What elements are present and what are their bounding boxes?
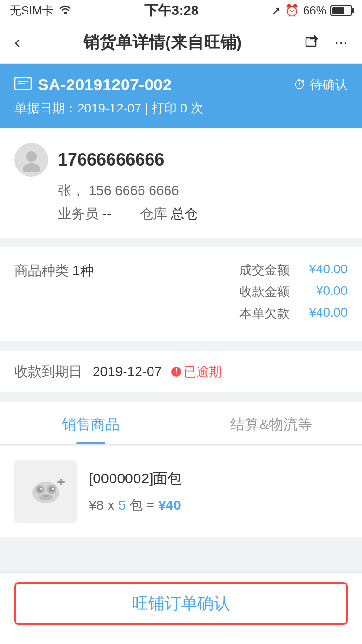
bottom-bar: 旺铺订单确认 xyxy=(0,572,362,644)
order-date: 单据日期：2019-12-07 | 打印 0 次 xyxy=(14,100,348,117)
share-icon[interactable] xyxy=(305,33,320,52)
alarm-icon: ⏰ xyxy=(285,4,299,17)
customer-section: 17666666666 张， 156 6666 6666 业务员 -- 仓库 总… xyxy=(0,128,362,238)
product-name: [0000002]面包 xyxy=(89,469,348,489)
svg-point-14 xyxy=(52,488,54,490)
due-date-section: 收款到期日 2019-12-07 ! 已逾期 xyxy=(0,351,362,392)
order-header: SA-20191207-002 ⏱ 待确认 单据日期：2019-12-07 | … xyxy=(0,64,362,128)
product-price: ¥8 x 5 包 = ¥40 xyxy=(89,496,348,515)
confirm-button[interactable]: 旺铺订单确认 xyxy=(14,582,348,625)
svg-point-7 xyxy=(23,163,40,172)
tabs: 销售商品 结算&物流等 xyxy=(0,402,362,445)
order-status: ⏱ 待确认 xyxy=(293,76,348,93)
owed-amount-row: 本单欠款 ¥40.00 xyxy=(181,305,348,322)
deal-amount-row: 成交金额 ¥40.00 xyxy=(181,262,348,279)
page-title: 销货单详情(来自旺铺) xyxy=(83,31,242,54)
carrier-text: 无SIM卡 xyxy=(10,3,54,18)
battery-percent: 66% xyxy=(303,4,326,17)
status-left: 无SIM卡 xyxy=(10,3,72,18)
warehouse-field: 仓库 总仓 xyxy=(140,205,198,223)
svg-point-0 xyxy=(64,12,66,14)
more-icon[interactable]: ··· xyxy=(334,33,348,51)
battery-icon xyxy=(330,5,352,16)
svg-point-12 xyxy=(49,487,55,492)
product-section: [0000002]面包 ¥8 x 5 包 = ¥40 xyxy=(0,446,362,537)
status-bar: 无SIM卡 下午3:28 ↗ ⏰ 66% xyxy=(0,0,362,21)
order-icon xyxy=(14,75,32,94)
product-item: [0000002]面包 ¥8 x 5 包 = ¥40 xyxy=(14,460,348,523)
nav-bar: ‹ 销货单详情(来自旺铺) ··· xyxy=(0,21,362,64)
status-right: ↗ ⏰ 66% xyxy=(271,4,352,17)
sales-field: 业务员 -- xyxy=(58,205,111,223)
product-logo xyxy=(27,477,65,506)
received-amount-row: 收款金额 ¥0.00 xyxy=(181,283,348,300)
overdue-badge: ! 已逾期 xyxy=(171,364,222,380)
svg-rect-17 xyxy=(57,481,65,483)
customer-phone: 17666666666 xyxy=(58,150,164,170)
tab-settlement[interactable]: 结算&物流等 xyxy=(181,402,362,444)
overdue-icon: ! xyxy=(171,367,181,377)
time-display: 下午3:28 xyxy=(144,1,198,20)
summary-section: 商品种类 1种 成交金额 ¥40.00 收款金额 ¥0.00 本单欠款 ¥40.… xyxy=(0,247,362,341)
tab-products[interactable]: 销售商品 xyxy=(0,402,181,444)
clock-icon: ⏱ xyxy=(293,77,306,92)
wifi-icon xyxy=(58,4,72,17)
order-id: SA-20191207-002 xyxy=(14,75,172,94)
avatar xyxy=(14,143,48,177)
product-type-field: 商品种类 1种 xyxy=(14,262,181,280)
location-icon: ↗ xyxy=(271,4,281,17)
product-info: [0000002]面包 ¥8 x 5 包 = ¥40 xyxy=(89,469,348,515)
back-button[interactable]: ‹ xyxy=(14,32,20,53)
customer-name: 张， 156 6666 6666 xyxy=(58,182,348,200)
svg-point-11 xyxy=(37,487,43,492)
amounts-section: 成交金额 ¥40.00 收款金额 ¥0.00 本单欠款 ¥40.00 xyxy=(181,262,348,327)
svg-point-6 xyxy=(26,151,37,162)
svg-point-13 xyxy=(40,488,42,490)
nav-actions: ··· xyxy=(305,33,348,52)
customer-meta: 业务员 -- 仓库 总仓 xyxy=(58,205,348,223)
product-thumbnail xyxy=(14,460,77,523)
